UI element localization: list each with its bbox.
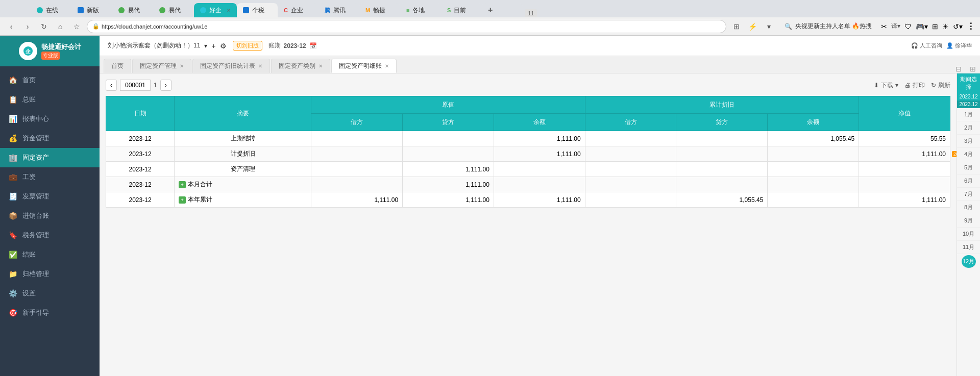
- period-month-1[interactable]: 1月: [957, 108, 980, 121]
- tab-asset-category[interactable]: 固定资产类别 ✕: [271, 59, 330, 73]
- home-nav-icon: 🏠: [8, 76, 17, 85]
- address-bar[interactable]: 🔒 https://cloud.chanjet.com/accounting/u…: [87, 20, 726, 33]
- sidebar-item-home[interactable]: 🏠 首页: [0, 70, 100, 90]
- close-tab-category-icon[interactable]: ✕: [318, 63, 323, 69]
- close-tab-depreciation-icon[interactable]: ✕: [258, 63, 262, 69]
- search-text[interactable]: 央视更新主持人名单 🔥热搜: [795, 22, 872, 31]
- period-month-11[interactable]: 11月: [957, 241, 980, 254]
- period-month-4[interactable]: 4月: [957, 148, 980, 161]
- browser-tab-muqian[interactable]: S 目前: [441, 3, 482, 17]
- browser-tab-geshui[interactable]: 个税: [237, 3, 278, 17]
- cell-orig-balance-4: [494, 177, 585, 192]
- bookmark-btn[interactable]: ☆: [70, 20, 83, 33]
- period-month-5[interactable]: 5月: [957, 161, 980, 174]
- prev-page-btn[interactable]: ‹: [106, 80, 117, 91]
- maximize-btn[interactable]: ⊞: [966, 65, 980, 73]
- archive-nav-icon: 📁: [8, 269, 17, 279]
- tab-depreciation-stats[interactable]: 固定资产折旧统计表 ✕: [192, 59, 270, 73]
- sun-icon[interactable]: ☀: [942, 22, 949, 31]
- sidebar-item-invoice[interactable]: 🧾 发票管理: [0, 187, 100, 206]
- sidebar-logo: 企 畅捷通好会计 专业版: [0, 36, 100, 66]
- tab-asset-detail-ledger[interactable]: 固定资产明细账 ✕: [331, 59, 397, 73]
- add-account-btn[interactable]: +: [211, 42, 215, 50]
- sidebar-item-closing[interactable]: ✅ 结账: [0, 245, 100, 264]
- calendar-icon[interactable]: 📅: [309, 42, 317, 49]
- dropdown-btn[interactable]: ▾: [763, 20, 775, 33]
- period-month-12[interactable]: 12月: [962, 255, 976, 268]
- close-tab-detail-icon[interactable]: ✕: [385, 63, 389, 69]
- cell-orig-debit-1: [311, 131, 403, 146]
- cell-accum-balance-2: [768, 146, 859, 162]
- translate-icon[interactable]: 译▾: [891, 22, 900, 31]
- more-icon[interactable]: ⋮: [967, 21, 975, 31]
- browser-tab-yidai1[interactable]: 易代: [112, 3, 153, 17]
- period-date-1: 2023.12: [957, 93, 980, 101]
- period-month-9[interactable]: 9月: [957, 214, 980, 228]
- page-number-input[interactable]: [120, 80, 151, 91]
- period-panel-header: 期间选择: [957, 73, 980, 93]
- summary-icon-5: +: [179, 196, 186, 204]
- period-month-3[interactable]: 3月: [957, 135, 980, 148]
- sidebar-item-settings[interactable]: ⚙️ 设置: [0, 284, 100, 303]
- sidebar-item-salary[interactable]: 💼 工资: [0, 167, 100, 187]
- browser-tab-online[interactable]: 在线: [31, 3, 71, 17]
- cell-net-5: 1,111.00: [859, 192, 950, 208]
- app-container: 企 畅捷通好会计 专业版 🏠 首页 📋 总账 📊 报表中心: [0, 36, 980, 376]
- period-month-10[interactable]: 10月: [957, 228, 980, 241]
- settings-btn[interactable]: ⚙: [220, 42, 227, 50]
- tabs-bar: 首页 固定资产管理 ✕ 固定资产折旧统计表 ✕ 固定资产类别 ✕ 固定资产明细账…: [100, 56, 980, 73]
- grid-icon[interactable]: ⊞: [932, 22, 938, 31]
- cell-accum-balance-3: [768, 162, 859, 177]
- browser-tab-changjie[interactable]: M 畅捷: [359, 3, 400, 17]
- home-btn[interactable]: ⌂: [54, 20, 66, 33]
- sidebar-item-purchase[interactable]: 📦 进销台账: [0, 206, 100, 225]
- browser-tab-new[interactable]: 新版: [71, 3, 112, 17]
- reload-btn[interactable]: ↻: [38, 20, 50, 33]
- dropdown-arrow-icon[interactable]: ▾: [204, 42, 207, 49]
- switch-version-btn[interactable]: 切到旧版: [233, 41, 262, 51]
- sidebar-item-guide[interactable]: 🎯 新手引导: [0, 303, 100, 322]
- browser-tab-haoqi[interactable]: 好企 ✕: [194, 3, 237, 17]
- tab-fixed-assets-mgmt-label: 固定资产管理: [140, 62, 177, 70]
- browser-menu-btn[interactable]: ⊞: [730, 20, 743, 33]
- browser-tab-gedi[interactable]: ≡ 各地: [400, 3, 441, 17]
- user-avatar-btn[interactable]: 👤 徐译华: [946, 42, 972, 49]
- tab-fixed-assets-mgmt[interactable]: 固定资产管理 ✕: [132, 59, 191, 73]
- download-btn[interactable]: ⬇ 下载 ▾: [874, 81, 898, 90]
- minimize-btn[interactable]: ⊟: [951, 65, 966, 73]
- cell-orig-debit-2: [311, 146, 403, 162]
- next-page-btn[interactable]: ›: [160, 80, 172, 91]
- browser-tab-yidai2[interactable]: 易代: [153, 3, 194, 17]
- history-icon[interactable]: ↺▾: [953, 22, 963, 31]
- tab-home[interactable]: 首页: [104, 59, 131, 73]
- refresh-label: 刷新: [938, 81, 950, 90]
- cell-accum-debit-1: [585, 131, 676, 146]
- lightning-btn[interactable]: ⚡: [747, 20, 759, 33]
- browser-tab-tencent[interactable]: 騰 腾讯: [318, 3, 359, 17]
- customer-service-btn[interactable]: 🎧 人工咨询: [911, 42, 942, 49]
- ledger-nav-label: 总账: [22, 95, 36, 104]
- period-month-8[interactable]: 8月: [957, 201, 980, 214]
- period-month-2[interactable]: 2月: [957, 121, 980, 135]
- refresh-btn[interactable]: ↻ 刷新: [931, 81, 950, 90]
- period-date-2: 2023.12: [957, 101, 980, 108]
- period-month-7[interactable]: 7月: [957, 188, 980, 201]
- cell-summary-4: + 本月合计: [175, 177, 311, 192]
- sidebar-item-archive[interactable]: 📁 归档管理: [0, 264, 100, 284]
- sidebar-item-funds[interactable]: 💰 资金管理: [0, 129, 100, 148]
- sidebar-item-reports[interactable]: 📊 报表中心: [0, 109, 100, 129]
- tab-close-haoqi[interactable]: ✕: [227, 8, 231, 13]
- forward-btn[interactable]: ›: [21, 20, 34, 33]
- sidebar-item-fixed-assets[interactable]: 🏢 固定资产: [0, 148, 100, 167]
- close-tab-assets-mgmt-icon[interactable]: ✕: [180, 63, 184, 69]
- period-month-6[interactable]: 6月: [957, 174, 980, 188]
- settings-nav-icon: ⚙️: [8, 289, 17, 298]
- back-btn[interactable]: ‹: [5, 20, 17, 33]
- new-tab-btn[interactable]: +: [482, 3, 523, 17]
- sidebar-item-tax[interactable]: 🔖 税务管理: [0, 225, 100, 245]
- col-accum-balance: 余额: [768, 114, 859, 131]
- sidebar-item-ledger[interactable]: 📋 总账: [0, 90, 100, 109]
- col-orig-balance: 余额: [494, 114, 585, 131]
- browser-tab-qiye[interactable]: C 企业: [278, 3, 318, 17]
- print-btn[interactable]: 🖨 打印: [904, 81, 925, 90]
